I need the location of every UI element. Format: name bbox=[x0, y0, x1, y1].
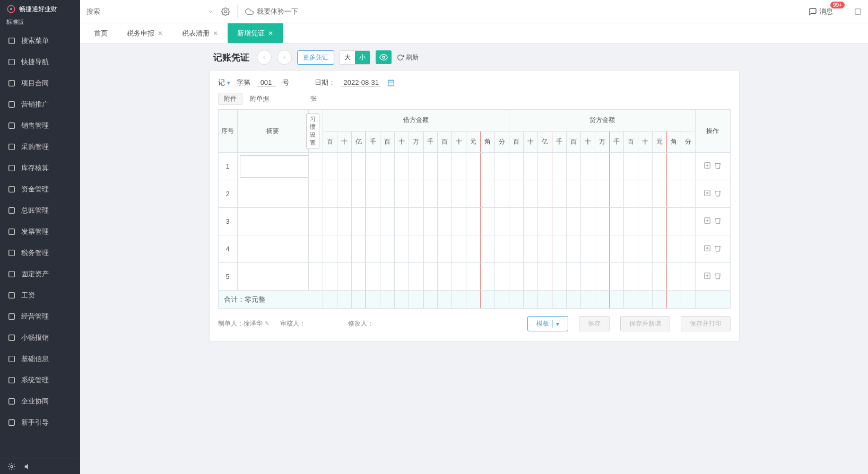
amount-digit-cell[interactable] bbox=[480, 180, 494, 208]
amount-digit-cell[interactable] bbox=[337, 263, 351, 291]
amount-digit-cell[interactable] bbox=[423, 208, 437, 235]
amount-digit-cell[interactable] bbox=[623, 235, 638, 263]
sidebar-item-5[interactable]: 采购管理 bbox=[0, 136, 77, 157]
amount-digit-cell[interactable] bbox=[623, 263, 638, 291]
subject-cell[interactable] bbox=[308, 153, 323, 180]
date-input[interactable]: 2022-08-31 bbox=[342, 78, 381, 87]
delete-row-icon[interactable] bbox=[714, 272, 722, 279]
amount-digit-cell[interactable] bbox=[466, 235, 480, 263]
add-row-icon[interactable] bbox=[704, 162, 711, 169]
amount-digit-cell[interactable] bbox=[681, 263, 695, 291]
amount-digit-cell[interactable] bbox=[323, 263, 337, 291]
voucher-number-input[interactable]: 001 bbox=[257, 78, 276, 87]
tab-close-icon[interactable]: ✕ bbox=[268, 30, 273, 37]
sidebar-item-15[interactable]: 基础信息 bbox=[0, 348, 77, 370]
amount-digit-cell[interactable] bbox=[552, 235, 566, 263]
amount-digit-cell[interactable] bbox=[452, 235, 466, 263]
sidebar-item-3[interactable]: 营销推广 bbox=[0, 94, 77, 115]
amount-digit-cell[interactable] bbox=[366, 153, 380, 180]
amount-digit-cell[interactable] bbox=[595, 153, 609, 180]
amount-digit-cell[interactable] bbox=[351, 208, 366, 235]
amount-digit-cell[interactable] bbox=[652, 153, 666, 180]
amount-digit-cell[interactable] bbox=[509, 263, 523, 291]
amount-digit-cell[interactable] bbox=[566, 235, 580, 263]
amount-digit-cell[interactable] bbox=[566, 153, 580, 180]
delete-row-icon[interactable] bbox=[714, 189, 722, 197]
amount-digit-cell[interactable] bbox=[638, 235, 652, 263]
amount-digit-cell[interactable] bbox=[681, 153, 695, 180]
amount-digit-cell[interactable] bbox=[366, 235, 380, 263]
amount-digit-cell[interactable] bbox=[523, 180, 537, 208]
amount-digit-cell[interactable] bbox=[351, 180, 366, 208]
add-row-icon[interactable] bbox=[704, 244, 711, 252]
sidebar-item-17[interactable]: 企业协同 bbox=[0, 391, 77, 412]
amount-digit-cell[interactable] bbox=[409, 180, 423, 208]
amount-digit-cell[interactable] bbox=[480, 208, 494, 235]
amount-digit-cell[interactable] bbox=[609, 208, 623, 235]
experience-link[interactable]: 我要体验一下 bbox=[245, 7, 298, 16]
amount-digit-cell[interactable] bbox=[480, 263, 494, 291]
settings-icon[interactable] bbox=[7, 462, 16, 471]
amount-digit-cell[interactable] bbox=[666, 208, 681, 235]
amount-digit-cell[interactable] bbox=[566, 208, 580, 235]
tab-3[interactable]: 新增凭证✕ bbox=[228, 23, 283, 43]
summary-input[interactable] bbox=[240, 155, 310, 178]
habit-settings-button[interactable]: 习惯设置 bbox=[306, 113, 319, 148]
calendar-icon[interactable] bbox=[387, 79, 395, 86]
amount-digit-cell[interactable] bbox=[537, 208, 552, 235]
amount-digit-cell[interactable] bbox=[609, 263, 623, 291]
summary-cell[interactable] bbox=[237, 263, 308, 291]
preview-button[interactable] bbox=[376, 50, 392, 64]
amount-digit-cell[interactable] bbox=[623, 153, 638, 180]
amount-digit-cell[interactable] bbox=[337, 153, 351, 180]
sidebar-item-8[interactable]: 总账管理 bbox=[0, 200, 77, 221]
amount-digit-cell[interactable] bbox=[452, 180, 466, 208]
amount-digit-cell[interactable] bbox=[423, 235, 437, 263]
amount-digit-cell[interactable] bbox=[394, 263, 409, 291]
amount-digit-cell[interactable] bbox=[452, 263, 466, 291]
amount-digit-cell[interactable] bbox=[609, 235, 623, 263]
amount-digit-cell[interactable] bbox=[466, 153, 480, 180]
amount-digit-cell[interactable] bbox=[509, 180, 523, 208]
amount-digit-cell[interactable] bbox=[523, 235, 537, 263]
summary-cell[interactable] bbox=[237, 235, 308, 263]
tab-close-icon[interactable]: ✕ bbox=[213, 30, 218, 37]
amount-digit-cell[interactable] bbox=[652, 235, 666, 263]
amount-digit-cell[interactable] bbox=[337, 180, 351, 208]
amount-digit-cell[interactable] bbox=[566, 263, 580, 291]
amount-digit-cell[interactable] bbox=[351, 263, 366, 291]
amount-digit-cell[interactable] bbox=[380, 263, 394, 291]
amount-digit-cell[interactable] bbox=[681, 180, 695, 208]
template-button[interactable]: 模板▾ bbox=[527, 316, 568, 331]
amount-digit-cell[interactable] bbox=[652, 208, 666, 235]
amount-digit-cell[interactable] bbox=[380, 180, 394, 208]
amount-digit-cell[interactable] bbox=[394, 153, 409, 180]
sidebar-item-16[interactable]: 系统管理 bbox=[0, 370, 77, 391]
add-row-icon[interactable] bbox=[704, 217, 711, 224]
amount-digit-cell[interactable] bbox=[509, 153, 523, 180]
amount-digit-cell[interactable] bbox=[623, 208, 638, 235]
amount-digit-cell[interactable] bbox=[466, 180, 480, 208]
amount-digit-cell[interactable] bbox=[380, 235, 394, 263]
amount-digit-cell[interactable] bbox=[423, 263, 437, 291]
sidebar-item-13[interactable]: 经营管理 bbox=[0, 306, 77, 327]
amount-digit-cell[interactable] bbox=[537, 235, 552, 263]
summary-cell[interactable] bbox=[237, 208, 308, 235]
amount-digit-cell[interactable] bbox=[494, 208, 509, 235]
amount-digit-cell[interactable] bbox=[409, 153, 423, 180]
size-small-button[interactable]: 小 bbox=[355, 51, 370, 64]
tab-0[interactable]: 首页 bbox=[84, 23, 117, 43]
amount-digit-cell[interactable] bbox=[394, 208, 409, 235]
search-settings-icon[interactable] bbox=[221, 7, 230, 16]
amount-digit-cell[interactable] bbox=[323, 235, 337, 263]
amount-digit-cell[interactable] bbox=[638, 208, 652, 235]
sidebar-item-4[interactable]: 销售管理 bbox=[0, 115, 77, 136]
amount-digit-cell[interactable] bbox=[580, 208, 595, 235]
amount-digit-cell[interactable] bbox=[666, 263, 681, 291]
amount-digit-cell[interactable] bbox=[509, 235, 523, 263]
sidebar-item-10[interactable]: 税务管理 bbox=[0, 242, 77, 264]
amount-digit-cell[interactable] bbox=[580, 153, 595, 180]
amount-digit-cell[interactable] bbox=[494, 153, 509, 180]
add-row-icon[interactable] bbox=[704, 272, 711, 279]
amount-digit-cell[interactable] bbox=[552, 153, 566, 180]
